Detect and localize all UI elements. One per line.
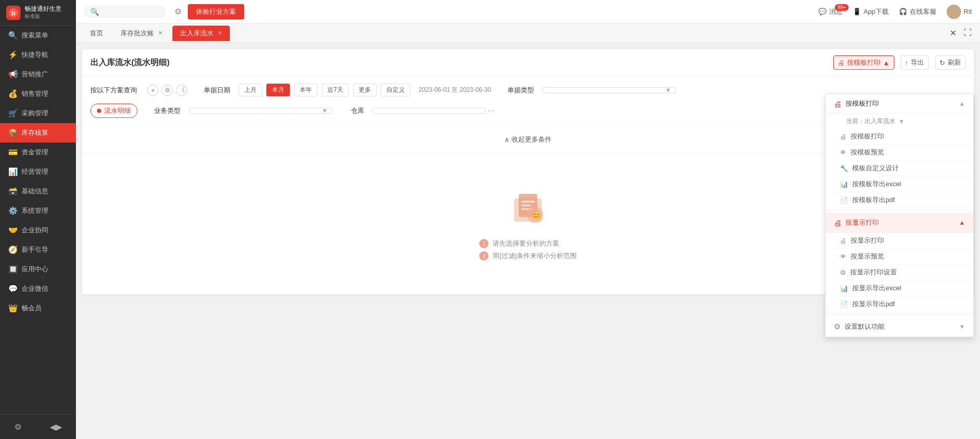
- filter-add-button[interactable]: +: [147, 85, 159, 96]
- tab-batch[interactable]: 库存批次账 ✕: [113, 26, 170, 41]
- biz-type-label: 业务类型: [154, 106, 181, 115]
- template-print-section-header[interactable]: 🖨 按模板打印 ▲: [826, 94, 973, 114]
- collapse-more-btn[interactable]: ∧ 收起更多条件: [498, 133, 558, 146]
- tab-close-all-btn[interactable]: ✕: [948, 27, 958, 39]
- biz-type-select-inner[interactable]: ▼: [189, 108, 332, 114]
- sidebar-item-label: 基础信息: [22, 187, 48, 196]
- content-area: 出入库流水(流水明细) 🖨 按模板打印 ▲ ↑ 导出 ↻ 刷新: [76, 43, 980, 439]
- doc-type-select[interactable]: ▼: [542, 87, 676, 93]
- date-current-year-btn[interactable]: 本年: [294, 84, 318, 96]
- sidebar-item-appcenter[interactable]: 🔲 应用中心: [0, 260, 76, 279]
- user-avatar-button[interactable]: Rit: [947, 5, 972, 19]
- date-last-month-btn[interactable]: 上月: [239, 84, 262, 96]
- settings-gear-icon[interactable]: ⚙: [174, 7, 182, 16]
- sidebar-item-sales[interactable]: 💰 销售管理: [0, 84, 76, 104]
- filter-tag-badge[interactable]: 流水明细: [90, 104, 138, 118]
- filter-action-buttons: + ⚙ 《: [147, 85, 187, 96]
- chevron-up-icon: ▲: [883, 59, 890, 67]
- user-avatar: [947, 5, 961, 19]
- display-print-settings-icon: ⚙: [840, 269, 846, 276]
- shortcut-icon: ⚡: [8, 50, 17, 59]
- tab-flow-close[interactable]: ✕: [218, 30, 222, 36]
- date-filter-options: 上月 本月 本年 近7天 更多 自定义: [239, 84, 410, 96]
- warehouse-select-inner[interactable]: [373, 108, 485, 114]
- date-current-month-btn[interactable]: 本月: [266, 84, 290, 96]
- chevron-down-icon-biz: ▼: [322, 107, 328, 114]
- sidebar-item-base[interactable]: 🗃️ 基础信息: [0, 182, 76, 201]
- export-button[interactable]: ↑ 导出: [900, 55, 929, 70]
- app-download-label: App下载: [864, 7, 889, 16]
- template-export-pdf-label: 按模板导出pdf: [852, 195, 895, 205]
- date-custom-btn[interactable]: 自定义: [381, 84, 410, 96]
- step-num-2: 2: [479, 251, 488, 261]
- sidebar-item-shortcut[interactable]: ⚡ 快捷导航: [0, 45, 76, 65]
- sales-icon: 💰: [8, 89, 17, 98]
- template-export-excel-item[interactable]: 📊 按模板导出excel: [826, 176, 973, 192]
- message-button[interactable]: 💬 消息 99+: [818, 7, 842, 16]
- customer-service-label: 在线客服: [910, 7, 936, 16]
- refresh-button[interactable]: ↻ 刷新: [935, 55, 966, 70]
- purchase-icon: 🛒: [8, 109, 17, 118]
- print-template-button[interactable]: 🖨 按模板打印 ▲: [833, 55, 894, 70]
- template-export-pdf-item[interactable]: 📄 按模板导出pdf: [826, 192, 973, 208]
- empty-step-2-label: 用[过滤]条件来缩小分析范围: [493, 251, 576, 261]
- inventory-icon: 📦: [8, 128, 17, 137]
- filter-settings-button[interactable]: ⚙: [162, 85, 173, 96]
- search-input[interactable]: [102, 8, 159, 15]
- template-print-item[interactable]: 🖨 按模板打印: [826, 129, 973, 145]
- sidebar-settings-btn[interactable]: ⚙: [10, 420, 26, 434]
- date-range-display: 2023-06-01 至 2023-06-30: [419, 86, 491, 94]
- display-export-pdf-item[interactable]: 📄 按显示导出pdf: [826, 296, 973, 312]
- display-print-item[interactable]: 🖨 按显示打印: [826, 233, 973, 249]
- page-header: 出入库流水(流水明细) 🖨 按模板打印 ▲ ↑ 导出 ↻ 刷新: [82, 49, 974, 76]
- sidebar-item-operations[interactable]: 📊 经营管理: [0, 162, 76, 182]
- sidebar-item-member[interactable]: 👑 畅会员: [0, 298, 76, 318]
- set-default-section-header[interactable]: ⚙ 设置默认功能 ▼: [826, 317, 973, 337]
- doc-type-label: 单据类型: [507, 86, 534, 95]
- page-actions: 🖨 按模板打印 ▲ ↑ 导出 ↻ 刷新: [833, 55, 966, 70]
- warehouse-select[interactable]: ···: [373, 106, 494, 115]
- display-excel-icon: 📊: [840, 285, 848, 292]
- template-print-icon: 🖨: [840, 133, 847, 141]
- tab-maximize-btn[interactable]: ⛶: [962, 27, 974, 39]
- warehouse-more-btn[interactable]: ···: [487, 106, 494, 115]
- sidebar-item-inventory[interactable]: 📦 库存核算: [0, 123, 76, 143]
- sidebar-item-search[interactable]: 🔍 搜索菜单: [0, 26, 76, 45]
- display-preview-item[interactable]: 👁 按显示预览: [826, 249, 973, 265]
- display-print-settings-item[interactable]: ⚙ 按显示打印设置: [826, 265, 973, 281]
- customer-service-button[interactable]: 🎧 在线客服: [899, 7, 936, 16]
- display-export-excel-item[interactable]: 📊 按显示导出excel: [826, 281, 973, 296]
- tab-flow[interactable]: 出入库流水 ✕: [172, 26, 230, 41]
- display-print-section-title: 按显示打印: [846, 218, 879, 227]
- template-preview-item[interactable]: 👁 按模板预览: [826, 145, 973, 161]
- biz-type-select[interactable]: ▼: [189, 108, 332, 114]
- printer-section-icon: 🖨: [834, 99, 841, 108]
- sidebar-item-wechat[interactable]: 💬 企业微信: [0, 279, 76, 298]
- sidebar-item-purchase[interactable]: 🛒 采购管理: [0, 104, 76, 123]
- tab-home[interactable]: 首页: [82, 26, 111, 41]
- template-export-excel-label: 按模板导出excel: [852, 179, 901, 189]
- filter-collapse-button[interactable]: 《: [176, 85, 187, 96]
- date-last7days-btn[interactable]: 近7天: [322, 84, 349, 96]
- display-print-section-header[interactable]: 🖨 按显示打印 ▲: [826, 213, 973, 233]
- template-customize-item[interactable]: 🔧 模板自定义设计: [826, 161, 973, 176]
- chevron-up-icon-collapse: ∧: [504, 136, 509, 144]
- trial-industry-button[interactable]: 体验行业方案: [188, 4, 244, 19]
- filter-scheme-label: 按以下方案查询: [90, 86, 137, 95]
- sidebar-item-collab[interactable]: 🤝 企业协同: [0, 221, 76, 240]
- logo-text-block: 畅捷通好生意 标准版: [25, 5, 62, 21]
- tabs-right-controls: ✕ ⛶: [948, 27, 974, 39]
- date-more-btn[interactable]: 更多: [353, 84, 377, 96]
- doc-type-select-inner[interactable]: ▼: [542, 87, 676, 93]
- empty-illustration: 😊: [505, 185, 551, 231]
- tab-batch-close[interactable]: ✕: [158, 30, 163, 36]
- sidebar-collapse-btn[interactable]: ◀▶: [46, 420, 66, 434]
- sidebar-item-marketing[interactable]: 📢 营销推广: [0, 65, 76, 84]
- printer-icon: 🖨: [838, 59, 845, 67]
- sidebar-item-finance[interactable]: 💳 资金管理: [0, 143, 76, 162]
- sidebar-item-guide[interactable]: 🧭 新手引导: [0, 240, 76, 260]
- sidebar-item-system[interactable]: ⚙️ 系统管理: [0, 201, 76, 221]
- page-title: 出入库流水(流水明细): [90, 57, 170, 68]
- topbar: 🔍 ⚙ 体验行业方案 💬 消息 99+ 📱 App下载 🎧 在线客服 Rit: [76, 0, 980, 24]
- app-download-button[interactable]: 📱 App下载: [853, 7, 889, 16]
